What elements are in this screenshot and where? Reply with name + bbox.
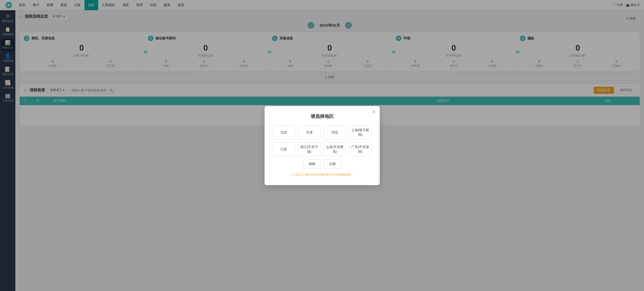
modal-overlay[interactable]: ✕ 请选择地区 北京 天津 河北 上海(电子税局) 江苏 浙江(不含宁波) 山东… [0, 0, 644, 291]
region-btn-shanghai[interactable]: 上海(电子税局) [349, 126, 372, 139]
modal-warning: ⓘ 除以上地区外其他地区暂不支持报税检查！ [273, 173, 372, 177]
region-btn-hebei[interactable]: 河北 [324, 126, 346, 139]
modal-close-btn[interactable]: ✕ [372, 110, 376, 114]
region-grid-row2: 江苏 浙江(不含宁波) 山东(不含青岛) 广东(不含深圳) [273, 142, 372, 156]
region-grid-row1: 北京 天津 河北 上海(电子税局) [273, 126, 372, 139]
region-btn-guangdong[interactable]: 广东(不含深圳) [349, 142, 372, 156]
region-btn-yunnan[interactable]: 云南 [324, 159, 341, 169]
modal-title: 请选择地区 [273, 113, 372, 119]
region-btn-hainan[interactable]: 海南 [303, 159, 321, 169]
region-btn-beijing[interactable]: 北京 [273, 126, 295, 139]
region-btn-zhejiang[interactable]: 浙江(不含宁波) [298, 142, 321, 156]
region-btn-shandong[interactable]: 山东(不含青岛) [324, 142, 346, 156]
region-grid-row3: 海南 云南 [273, 159, 372, 169]
region-select-modal: ✕ 请选择地区 北京 天津 河北 上海(电子税局) 江苏 浙江(不含宁波) 山东… [265, 106, 380, 185]
region-btn-tianjin[interactable]: 天津 [298, 126, 321, 139]
region-btn-jiangsu[interactable]: 江苏 [273, 142, 295, 156]
warning-icon: ⓘ [291, 173, 294, 177]
